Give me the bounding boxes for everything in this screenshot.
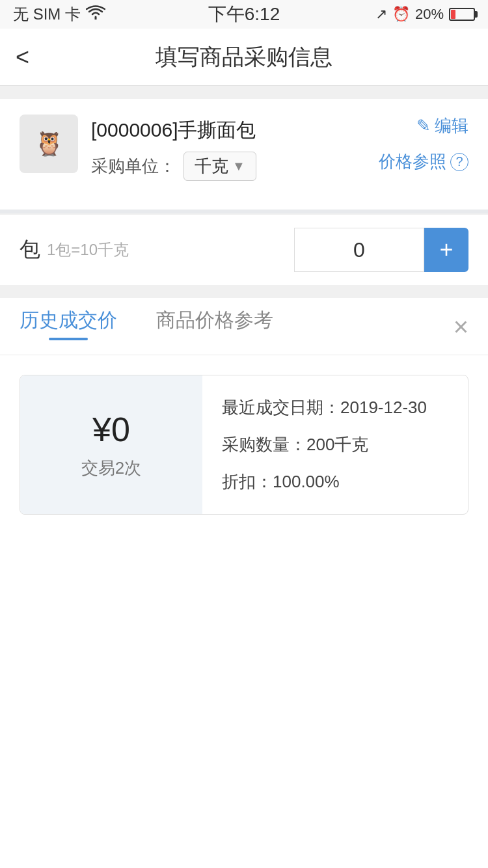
section-divider — [0, 210, 488, 213]
tab-row: 历史成交价 商品价格参考 × — [0, 298, 488, 355]
quantity-plus-button[interactable]: + — [424, 228, 468, 272]
tab-history-price[interactable]: 历史成交价 — [20, 307, 117, 346]
wifi-icon — [86, 5, 105, 23]
help-icon: ? — [450, 153, 468, 171]
unit-select[interactable]: 千克 ▼ — [183, 152, 256, 181]
history-discount-row: 折扣：100.00% — [222, 469, 448, 495]
quantity-label: 包 1包=10千克 — [20, 236, 129, 264]
price-ref-button[interactable]: 价格参照 ? — [379, 150, 468, 173]
location-icon: ↗ — [375, 6, 387, 23]
main-content-area — [0, 534, 488, 868]
product-card: 🦉 [0000006]手撕面包 采购单位： 千克 ▼ ✎ 编辑 — [0, 99, 488, 210]
alarm-icon: ⏰ — [392, 6, 410, 23]
product-logo-icon: 🦉 — [34, 130, 64, 157]
unit-chevron-icon: ▼ — [232, 159, 245, 174]
product-name: [0000006]手撕面包 — [91, 117, 256, 144]
product-thumbnail: 🦉 — [20, 115, 78, 173]
history-quantity-row: 采购数量：200千克 — [222, 432, 448, 457]
quantity-controls: 0 + — [294, 228, 468, 272]
quantity-input[interactable]: 0 — [294, 228, 424, 272]
history-details-section: 最近成交日期：2019-12-30 采购数量：200千克 折扣：100.00% — [202, 375, 468, 514]
bottom-panel: 历史成交价 商品价格参考 × ¥0 交易2次 最近成交日期：2019-12-30… — [0, 298, 488, 868]
close-button[interactable]: × — [454, 314, 468, 340]
quantity-unit-label: 包 — [20, 236, 40, 264]
tab-price-ref[interactable]: 商品价格参考 — [156, 307, 273, 346]
status-left: 无 SIM 卡 — [13, 4, 105, 25]
history-card: ¥0 交易2次 最近成交日期：2019-12-30 采购数量：200千克 折扣：… — [20, 375, 468, 515]
edit-button[interactable]: ✎ 编辑 — [416, 115, 468, 137]
back-button[interactable]: < — [16, 44, 29, 71]
status-bar: 无 SIM 卡 下午6:12 ↗ ⏰ 20% — [0, 0, 488, 29]
edit-icon: ✎ — [416, 116, 431, 136]
quantity-section: 包 1包=10千克 0 + — [0, 215, 488, 285]
carrier-text: 无 SIM 卡 — [13, 4, 81, 25]
battery-percent: 20% — [415, 6, 444, 23]
battery-icon — [449, 8, 475, 21]
status-time: 下午6:12 — [208, 2, 280, 27]
product-left: 🦉 [0000006]手撕面包 采购单位： 千克 ▼ — [20, 115, 256, 181]
unit-value: 千克 — [195, 155, 228, 178]
product-actions: ✎ 编辑 价格参照 ? — [379, 115, 468, 173]
history-date-row: 最近成交日期：2019-12-30 — [222, 395, 448, 420]
history-price: ¥0 — [92, 410, 130, 449]
product-header: 🦉 [0000006]手撕面包 采购单位： 千克 ▼ ✎ 编辑 — [20, 115, 468, 181]
nav-bar: < 填写商品采购信息 — [0, 29, 488, 86]
tab-items: 历史成交价 商品价格参考 — [20, 307, 273, 346]
product-unit-row: 采购单位： 千克 ▼ — [91, 152, 256, 181]
product-info: [0000006]手撕面包 采购单位： 千克 ▼ — [91, 115, 256, 181]
page-title: 填写商品采购信息 — [156, 42, 332, 72]
history-price-section: ¥0 交易2次 — [20, 375, 202, 514]
unit-label: 采购单位： — [91, 155, 176, 178]
status-right: ↗ ⏰ 20% — [375, 6, 475, 23]
tab-underline — [49, 338, 88, 340]
quantity-unit-hint: 1包=10千克 — [47, 239, 129, 260]
history-trade-count: 交易2次 — [81, 457, 141, 480]
